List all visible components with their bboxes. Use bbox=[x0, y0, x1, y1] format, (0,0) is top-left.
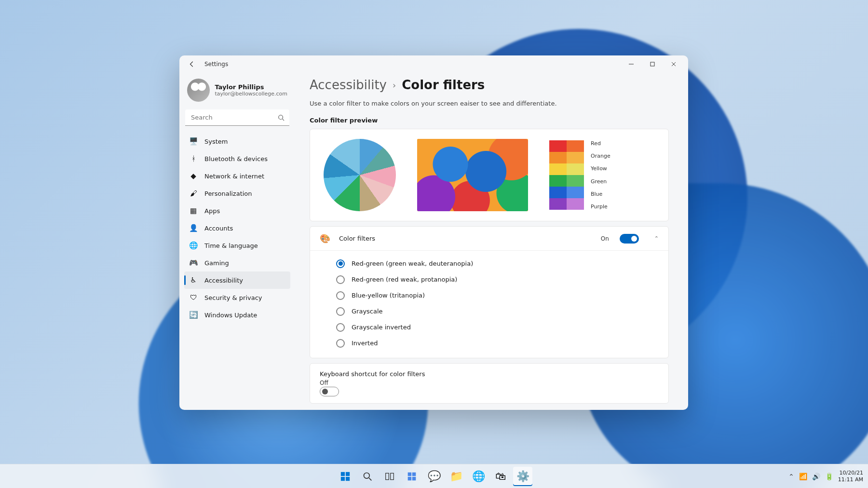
radio-icon bbox=[336, 323, 345, 332]
widgets-button[interactable] bbox=[402, 467, 421, 486]
svg-rect-7 bbox=[346, 476, 350, 480]
clock[interactable]: 10/20/21 11:11 AM bbox=[838, 470, 863, 482]
sidebar-item-gaming[interactable]: 🎮Gaming bbox=[184, 254, 290, 271]
color-swatch bbox=[549, 187, 567, 198]
keyboard-shortcut-header[interactable]: Keyboard shortcut for color filters Off bbox=[310, 364, 668, 403]
svg-rect-13 bbox=[412, 472, 416, 476]
svg-rect-11 bbox=[391, 473, 394, 479]
search-input[interactable] bbox=[185, 109, 289, 126]
nav-icon: ◆ bbox=[189, 172, 198, 180]
color-filters-title: Color filters bbox=[339, 235, 592, 242]
color-swatch bbox=[549, 140, 567, 152]
keyboard-shortcut-card: Keyboard shortcut for color filters Off bbox=[310, 363, 669, 404]
settings-taskbar-button[interactable]: ⚙️ bbox=[513, 467, 532, 486]
filter-option-label: Red-green (red weak, protanopia) bbox=[352, 276, 457, 283]
start-button[interactable] bbox=[336, 467, 355, 486]
color-filters-header[interactable]: 🎨 Color filters On ⌃ bbox=[310, 227, 668, 250]
shortcut-toggle[interactable] bbox=[320, 387, 339, 396]
filter-options-list: Red-green (green weak, deuteranopia)Red-… bbox=[310, 250, 668, 358]
chat-button[interactable]: 💬 bbox=[424, 467, 444, 486]
preview-card: RedOrangeYellowGreenBluePurple bbox=[310, 129, 669, 221]
radio-icon bbox=[336, 275, 345, 284]
taskbar-center: 💬 📁 🌐 🛍 ⚙️ bbox=[336, 467, 532, 486]
nav-icon: 🔄 bbox=[189, 311, 198, 319]
color-filters-toggle[interactable] bbox=[620, 234, 639, 244]
color-label: Yellow bbox=[591, 165, 610, 172]
wifi-icon[interactable]: 📶 bbox=[799, 473, 807, 480]
minimize-button[interactable] bbox=[621, 57, 642, 71]
sidebar-item-time-language[interactable]: 🌐Time & language bbox=[184, 237, 290, 254]
preview-label: Color filter preview bbox=[310, 117, 669, 124]
sidebar-item-personalization[interactable]: 🖌Personalization bbox=[184, 185, 290, 202]
filter-option[interactable]: Blue-yellow (tritanopia) bbox=[336, 287, 659, 303]
radio-icon bbox=[336, 339, 345, 348]
profile-name: Taylor Phillips bbox=[215, 83, 287, 91]
nav-icon: 🎮 bbox=[189, 258, 198, 267]
sidebar-item-windows-update[interactable]: 🔄Windows Update bbox=[184, 306, 290, 324]
nav-icon: 🛡 bbox=[189, 293, 198, 302]
volume-icon[interactable]: 🔊 bbox=[812, 473, 820, 480]
filter-option[interactable]: Red-green (green weak, deuteranopia) bbox=[336, 256, 659, 271]
radio-icon bbox=[336, 291, 345, 300]
filter-option[interactable]: Grayscale inverted bbox=[336, 319, 659, 335]
search-box bbox=[185, 109, 289, 126]
store-button[interactable]: 🛍 bbox=[491, 467, 510, 486]
sidebar-item-system[interactable]: 🖥️System bbox=[184, 133, 290, 150]
sidebar: Taylor Phillips taylor@bellowscollege.co… bbox=[179, 73, 295, 410]
task-view-button[interactable] bbox=[380, 467, 399, 486]
page-title: Color filters bbox=[402, 78, 485, 92]
nav-label: Windows Update bbox=[204, 312, 257, 319]
profile-block[interactable]: Taylor Phillips taylor@bellowscollege.co… bbox=[184, 77, 290, 108]
svg-line-3 bbox=[283, 119, 285, 121]
filter-option-label: Red-green (green weak, deuteranopia) bbox=[352, 260, 473, 267]
color-swatch bbox=[567, 187, 584, 198]
sidebar-item-accounts[interactable]: 👤Accounts bbox=[184, 219, 290, 237]
filter-option[interactable]: Red-green (red weak, protanopia) bbox=[336, 271, 659, 287]
breadcrumb-parent[interactable]: Accessibility bbox=[310, 78, 387, 92]
color-label: Orange bbox=[591, 153, 610, 159]
profile-email: taylor@bellowscollege.com bbox=[215, 91, 287, 97]
settings-window: Settings Taylor Phillips taylor@bellowsc… bbox=[179, 55, 688, 410]
nav-icon: 👤 bbox=[189, 224, 198, 232]
shortcut-title: Keyboard shortcut for color filters bbox=[320, 370, 659, 378]
sidebar-item-apps[interactable]: ▦Apps bbox=[184, 202, 290, 219]
svg-line-9 bbox=[369, 478, 371, 480]
filter-option[interactable]: Inverted bbox=[336, 335, 659, 351]
nav-label: Accessibility bbox=[204, 277, 243, 284]
sidebar-item-security-privacy[interactable]: 🛡Security & privacy bbox=[184, 289, 290, 306]
radio-icon bbox=[336, 307, 345, 316]
sidebar-item-bluetooth-devices[interactable]: ᚼBluetooth & devices bbox=[184, 150, 290, 167]
svg-rect-1 bbox=[651, 62, 654, 66]
main-content: Accessibility › Color filters Use a colo… bbox=[295, 73, 688, 410]
search-button[interactable] bbox=[358, 467, 377, 486]
edge-button[interactable]: 🌐 bbox=[469, 467, 488, 486]
nav-icon: 🖥️ bbox=[189, 137, 198, 146]
preview-palette: RedOrangeYellowGreenBluePurple bbox=[549, 140, 610, 210]
color-label: Purple bbox=[591, 203, 610, 210]
preview-pie-chart bbox=[324, 139, 396, 211]
back-button[interactable] bbox=[186, 58, 198, 70]
color-label: Green bbox=[591, 178, 610, 185]
maximize-button[interactable] bbox=[642, 57, 663, 71]
battery-icon[interactable]: 🔋 bbox=[825, 473, 833, 480]
sidebar-item-network-internet[interactable]: ◆Network & internet bbox=[184, 167, 290, 185]
window-title: Settings bbox=[204, 61, 228, 68]
nav-label: Accounts bbox=[204, 225, 233, 232]
nav-label: Network & internet bbox=[204, 173, 264, 180]
radio-icon bbox=[336, 259, 345, 268]
toggle-state-label: On bbox=[601, 235, 609, 242]
color-filters-card: 🎨 Color filters On ⌃ Red-green (green we… bbox=[310, 226, 669, 358]
filter-option[interactable]: Grayscale bbox=[336, 303, 659, 319]
sidebar-item-accessibility[interactable]: ♿Accessibility bbox=[184, 271, 290, 289]
filter-option-label: Inverted bbox=[352, 339, 378, 347]
color-label: Red bbox=[591, 140, 610, 147]
nav-label: Gaming bbox=[204, 259, 229, 267]
chevron-right-icon: › bbox=[393, 80, 396, 90]
color-swatch bbox=[567, 152, 584, 163]
palette-icon: 🎨 bbox=[320, 233, 330, 244]
svg-rect-5 bbox=[346, 472, 350, 475]
clock-date: 10/20/21 bbox=[838, 470, 863, 476]
close-button[interactable] bbox=[663, 57, 684, 71]
file-explorer-button[interactable]: 📁 bbox=[447, 467, 466, 486]
tray-chevron-icon[interactable]: ⌃ bbox=[788, 473, 794, 480]
